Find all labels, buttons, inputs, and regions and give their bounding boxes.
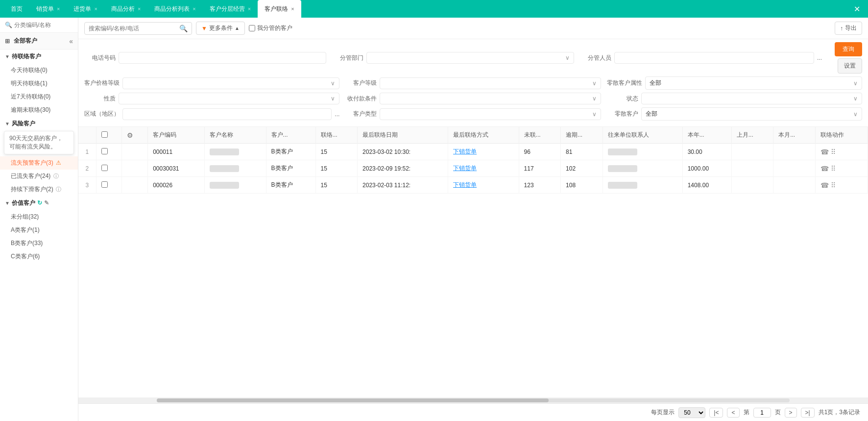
cell-overdue: 81 — [561, 144, 603, 160]
more-action-icon[interactable]: ⠿ — [831, 148, 836, 156]
sidebar-item-week[interactable]: 近7天待联络(0) — [0, 90, 78, 103]
query-button[interactable]: 查询 — [835, 42, 862, 56]
customer-level-select[interactable]: ∨ — [380, 77, 601, 89]
manager-more-button[interactable]: ... — [817, 54, 822, 61]
sidebar-item-tomorrow[interactable]: 明天待联络(1) — [0, 77, 78, 90]
region-more-button[interactable]: ... — [335, 111, 339, 118]
cell-unit-contact — [603, 160, 682, 177]
tab-analysis[interactable]: 商品分析 × — [104, 0, 147, 18]
prev-page-button[interactable]: < — [727, 408, 739, 418]
refresh-icon[interactable]: ↻ — [37, 199, 42, 206]
cell-name — [204, 177, 266, 194]
tab-purchase[interactable]: 进货单 × — [67, 0, 104, 18]
filter-field-status: 状态 ∨ — [607, 93, 862, 104]
main-search-button[interactable]: 🔍 — [179, 25, 188, 32]
cell-unit-contact — [603, 177, 682, 194]
tab-customer-mgmt-close-icon[interactable]: × — [248, 6, 251, 12]
tab-customer-contact[interactable]: 客户联络 × — [258, 0, 301, 18]
call-icon[interactable]: ☎ — [820, 181, 829, 189]
contact-method-link[interactable]: 下销货单 — [453, 148, 477, 155]
tab-customer-contact-close-icon[interactable]: × — [291, 6, 294, 12]
zero-customer-chevron-icon: ∨ — [853, 111, 858, 118]
scrollbar-thumb[interactable] — [157, 398, 549, 402]
sidebar-item-a-class[interactable]: A类客户(1) — [0, 223, 78, 237]
sidebar-group-value[interactable]: ▼ 价值客户 ↻ ✎ — [0, 196, 78, 210]
more-action-icon[interactable]: ⠿ — [831, 181, 836, 189]
region-input[interactable] — [122, 108, 332, 120]
collapse-icon[interactable]: « — [69, 37, 73, 45]
main-search-input[interactable] — [89, 25, 179, 32]
sidebar-search-icon: 🔍 — [5, 22, 12, 28]
price-level-select[interactable]: ∨ — [122, 77, 339, 89]
cell-unlisted: 117 — [519, 160, 560, 177]
sidebar-item-c-class[interactable]: C类客户(6) — [0, 250, 78, 263]
select-all-checkbox[interactable] — [101, 131, 108, 138]
tab-analysis-list[interactable]: 商品分析列表 × — [147, 0, 202, 18]
filter-field-customer-level: 客户等级 ∨ — [345, 77, 601, 89]
cell-type: B类客户 — [266, 160, 315, 177]
sidebar-item-b-class[interactable]: B类客户(33) — [0, 237, 78, 250]
customer-type-select[interactable]: ∨ — [380, 108, 601, 120]
contact-method-link[interactable]: 下销货单 — [453, 181, 477, 188]
my-customers-checkbox[interactable] — [249, 25, 255, 31]
window-close-button[interactable]: ✕ — [850, 4, 864, 14]
cell-code: 000011 — [148, 144, 205, 160]
chevron-up-icon: ▲ — [235, 25, 240, 31]
last-page-button[interactable]: >| — [801, 408, 815, 418]
gender-select[interactable]: ∨ — [119, 93, 339, 104]
first-page-button[interactable]: |< — [709, 408, 723, 418]
my-customers-checkbox-label[interactable]: 我分管的客户 — [249, 24, 292, 32]
info-icon-2: ⓘ — [56, 186, 61, 192]
zero-customer-select[interactable]: 全部 ∨ — [641, 107, 862, 121]
tab-home[interactable]: 首页 — [4, 0, 29, 18]
col-gear[interactable]: ⚙ — [122, 127, 148, 144]
call-icon[interactable]: ☎ — [820, 165, 829, 173]
row-checkbox-1[interactable] — [101, 165, 108, 171]
export-icon: ↑ — [840, 25, 843, 32]
tab-purchase-close-icon[interactable]: × — [94, 6, 97, 12]
sidebar-item-declining[interactable]: 持续下滑客户(2) ⓘ — [0, 183, 78, 196]
horizontal-scrollbar[interactable] — [78, 397, 868, 403]
settings-button[interactable]: 设置 — [838, 58, 862, 74]
customer-type-chevron-icon: ∨ — [592, 111, 597, 118]
col-this-month: 本月... — [773, 127, 815, 144]
payment-chevron-icon: ∨ — [592, 95, 597, 102]
sidebar-item-today[interactable]: 今天待联络(0) — [0, 64, 78, 77]
sidebar-item-churned[interactable]: 已流失客户(24) ⓘ — [0, 170, 78, 183]
payment-select[interactable]: ∨ — [380, 93, 601, 104]
export-button[interactable]: ↑ 导出 — [835, 22, 862, 35]
sidebar-group-pending[interactable]: ▼ 待联络客户 — [0, 50, 78, 64]
main-layout: 🔍 ⊞ 全部客户 « ▼ 待联络客户 今天待联络(0) 明天待联络(1) 近7天… — [0, 18, 868, 421]
sidebar-search-input[interactable] — [14, 22, 73, 28]
sidebar-item-ungrouped[interactable]: 未分组(32) — [0, 210, 78, 223]
cell-this-month — [773, 177, 815, 194]
sidebar-group-risk[interactable]: ▼ 风险客户 — [0, 117, 78, 131]
tab-customer-mgmt[interactable]: 客户分层经营 × — [203, 0, 258, 18]
row-checkbox-2[interactable] — [101, 181, 108, 188]
more-conditions-button[interactable]: ▼ 更多条件 ▲ — [196, 22, 245, 35]
manager-input[interactable] — [614, 52, 814, 64]
zero-attr-select[interactable]: 全部 ∨ — [645, 76, 862, 90]
contact-method-link[interactable]: 下销货单 — [453, 165, 477, 172]
dept-select[interactable]: ∨ — [366, 52, 574, 64]
edit-icon[interactable]: ✎ — [44, 199, 49, 206]
next-page-button[interactable]: > — [785, 408, 797, 418]
cell-type: B类客户 — [266, 177, 315, 194]
sidebar-item-churn-warning[interactable]: 流失预警客户(3) ⚠ — [0, 156, 78, 170]
tab-sales-close-icon[interactable]: × — [57, 6, 60, 12]
sidebar-all-customers[interactable]: ⊞ 全部客户 « — [0, 33, 78, 50]
tab-sales[interactable]: 销货单 × — [29, 0, 67, 18]
more-action-icon[interactable]: ⠿ — [831, 165, 836, 173]
per-page-select[interactable]: 50 20 100 — [678, 407, 705, 418]
tab-analysis-close-icon[interactable]: × — [138, 6, 141, 12]
page-number-input[interactable] — [753, 408, 771, 418]
row-checkbox-0[interactable] — [101, 148, 108, 154]
status-select[interactable]: ∨ — [641, 93, 862, 104]
tab-analysis-list-close-icon[interactable]: × — [193, 6, 195, 12]
cell-contacts: 15 — [315, 144, 357, 160]
call-icon[interactable]: ☎ — [820, 148, 829, 156]
sidebar-item-overdue[interactable]: 逾期未联络(30) — [0, 103, 78, 117]
search-input-wrap: 🔍 — [84, 22, 192, 35]
phone-input[interactable] — [119, 52, 326, 64]
column-settings-button[interactable]: ⚙ — [127, 131, 133, 139]
